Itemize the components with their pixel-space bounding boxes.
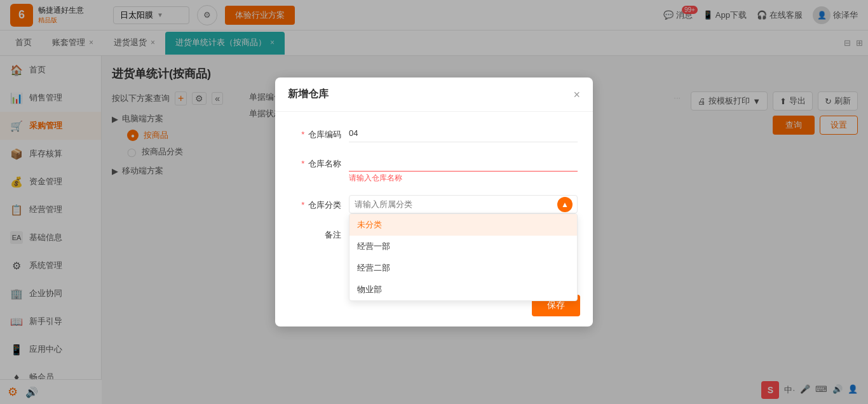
dropdown-item-1[interactable]: 经营一部 — [349, 236, 577, 257]
name-label: * 仓库名称 — [290, 154, 341, 170]
dropdown-item-2[interactable]: 经营二部 — [349, 257, 577, 279]
modal-close-button[interactable]: × — [573, 89, 580, 100]
form-row-category: * 仓库分类 ▲ 未分类 经营一部 经营二部 物业部 — [290, 195, 578, 213]
modal-header: 新增仓库 × — [275, 77, 593, 112]
form-row-name: * 仓库名称 请输入仓库名称 — [290, 154, 578, 184]
modal-dialog: 新增仓库 × * 仓库编码 * 仓库名称 — [275, 77, 593, 327]
category-dropdown: 未分类 经营一部 经营二部 物业部 — [349, 213, 578, 301]
category-label: * 仓库分类 — [290, 195, 341, 211]
code-field-wrap — [349, 125, 578, 142]
category-select-wrap: ▲ 未分类 经营一部 经营二部 物业部 — [349, 195, 578, 213]
select-arrow-icon[interactable]: ▲ — [557, 197, 573, 212]
modal-body: * 仓库编码 * 仓库名称 请输入仓库名称 — [275, 112, 593, 287]
code-label: * 仓库编码 — [290, 125, 341, 140]
name-input[interactable] — [349, 154, 578, 172]
category-input[interactable] — [349, 195, 578, 213]
modal-title: 新增仓库 — [288, 88, 329, 101]
code-input[interactable] — [349, 125, 578, 142]
form-row-code: * 仓库编码 — [290, 125, 578, 142]
notes-label: 备注 — [290, 225, 341, 241]
name-field-wrap: 请输入仓库名称 — [349, 154, 578, 184]
dropdown-item-3[interactable]: 物业部 — [349, 279, 577, 300]
dropdown-item-0[interactable]: 未分类 — [349, 214, 577, 236]
modal-overlay[interactable]: 新增仓库 × * 仓库编码 * 仓库名称 — [0, 0, 868, 404]
name-error-msg: 请输入仓库名称 — [349, 173, 578, 184]
